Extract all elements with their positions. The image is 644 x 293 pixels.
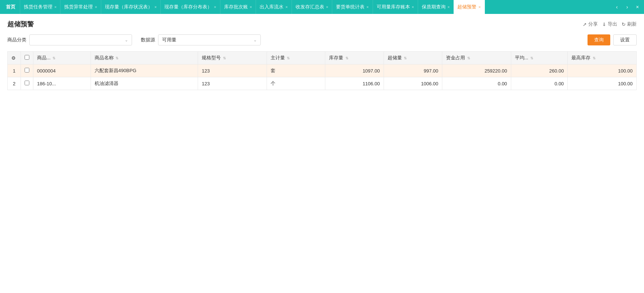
close-tab-tab5[interactable]: × xyxy=(250,5,252,9)
nav-tab-tab7[interactable]: 收发存汇总表× xyxy=(292,0,332,14)
close-tab-tab9[interactable]: × xyxy=(412,5,414,9)
th-overstock[interactable]: 超储量 ⇅ xyxy=(384,52,442,64)
page-header: 超储预警 ➚ 分享 ⇓ 导出 ↻ 刷新 xyxy=(7,20,637,29)
sort-capital-icon: ⇅ xyxy=(467,56,470,60)
row-name: 六配套新昌490BPG xyxy=(91,64,198,77)
close-tab-tab7[interactable]: × xyxy=(326,5,328,9)
close-tab-tab4[interactable]: × xyxy=(214,5,216,9)
th-maxstock[interactable]: 最高库存 ⇅ xyxy=(568,52,637,64)
share-icon: ➚ xyxy=(583,22,587,27)
page-content: 超储预警 ➚ 分享 ⇓ 导出 ↻ 刷新 商品分类 ⌄ 数据源 xyxy=(0,14,644,293)
table-header-row: ⚙ 商品... ⇅ 商品名称 ⇅ 规格型号 ⇅ 主计量 xyxy=(8,52,637,64)
nav-tab-tab9[interactable]: 可用量库存账本× xyxy=(373,0,418,14)
close-tab-tab6[interactable]: × xyxy=(285,5,288,9)
row-name: 机油滤清器 xyxy=(91,77,198,90)
sort-code-icon: ⇅ xyxy=(52,56,55,60)
page-title: 超储预警 xyxy=(7,20,34,29)
th-spec[interactable]: 规格型号 ⇅ xyxy=(198,52,267,64)
row-num: 2 xyxy=(8,77,21,90)
th-checkbox[interactable] xyxy=(21,52,33,64)
th-gear[interactable]: ⚙ xyxy=(8,52,21,64)
query-button[interactable]: 查询 xyxy=(588,34,610,45)
refresh-button[interactable]: ↻ 刷新 xyxy=(622,21,637,27)
nav-tab-tab4[interactable]: 现存量（库存分布表）× xyxy=(161,0,220,14)
row-avg: 0.00 xyxy=(511,77,568,90)
row-checkbox-0[interactable] xyxy=(25,68,29,73)
nav-tab-tab2[interactable]: 拣货异常处理× xyxy=(61,0,101,14)
row-capital: 259220.00 xyxy=(442,64,511,77)
row-maxstock: 100.00 xyxy=(568,64,637,77)
nav-tab-tab10[interactable]: 保质期查询× xyxy=(418,0,454,14)
export-icon: ⇓ xyxy=(602,22,606,27)
header-actions: ➚ 分享 ⇓ 导出 ↻ 刷新 xyxy=(583,21,637,27)
row-overstock: 1006.00 xyxy=(384,77,442,90)
filter-row: 商品分类 ⌄ 数据源 可用量 ⌄ 查询 设置 xyxy=(7,34,637,45)
data-table: ⚙ 商品... ⇅ 商品名称 ⇅ 规格型号 ⇅ 主计量 xyxy=(7,51,637,90)
th-name[interactable]: 商品名称 ⇅ xyxy=(91,52,198,64)
row-checkbox-cell[interactable] xyxy=(21,64,33,77)
nav-tab-tab8[interactable]: 要货单统计表× xyxy=(332,0,373,14)
row-spec: 123 xyxy=(198,77,267,90)
nav-close-arrow[interactable]: × xyxy=(632,0,643,14)
sort-avg-icon: ⇅ xyxy=(530,56,533,60)
datasource-label: 数据源 xyxy=(141,37,155,43)
th-avg[interactable]: 平均... ⇅ xyxy=(511,52,568,64)
nav-tab-tab6[interactable]: 出入库流水× xyxy=(256,0,292,14)
nav-tab-tab5[interactable]: 库存批次账× xyxy=(220,0,256,14)
sort-spec-icon: ⇅ xyxy=(223,56,226,60)
row-code: 0000004 xyxy=(33,64,91,77)
sort-unit-icon: ⇅ xyxy=(287,56,290,60)
close-tab-tab11[interactable]: × xyxy=(478,5,480,9)
row-code: 186-10... xyxy=(33,77,91,90)
row-checkbox-cell[interactable] xyxy=(21,77,33,90)
th-capital[interactable]: 资金占用 ⇅ xyxy=(442,52,511,64)
sort-stock-icon: ⇅ xyxy=(345,56,348,60)
close-tab-tab8[interactable]: × xyxy=(366,5,369,9)
select-all-checkbox[interactable] xyxy=(25,55,29,60)
share-button[interactable]: ➚ 分享 xyxy=(583,21,598,27)
category-filter-group: 商品分类 ⌄ xyxy=(7,34,132,45)
row-unit: 套 xyxy=(267,64,325,77)
th-unit[interactable]: 主计量 ⇅ xyxy=(267,52,325,64)
row-spec: 123 xyxy=(198,64,267,77)
nav-arrows: ‹ › × xyxy=(612,0,643,14)
nav-home[interactable]: 首页 xyxy=(1,0,20,14)
row-unit: 个 xyxy=(267,77,325,90)
settings-button[interactable]: 设置 xyxy=(613,34,637,45)
th-code[interactable]: 商品... ⇅ xyxy=(33,52,91,64)
close-tab-tab10[interactable]: × xyxy=(447,5,450,9)
row-num: 1 xyxy=(8,64,21,77)
export-button[interactable]: ⇓ 导出 xyxy=(602,21,617,27)
row-stock: 1106.00 xyxy=(325,77,384,90)
datasource-filter-group: 数据源 可用量 ⌄ xyxy=(141,34,261,45)
top-nav: 首页 拣货任务管理×拣货异常处理×现存量（库存状况表）×现存量（库存分布表）×库… xyxy=(0,0,644,14)
datasource-dropdown-arrow: ⌄ xyxy=(253,38,257,42)
close-tab-tab1[interactable]: × xyxy=(54,5,56,9)
category-dropdown-arrow: ⌄ xyxy=(125,38,128,42)
row-overstock: 997.00 xyxy=(384,64,442,77)
category-label: 商品分类 xyxy=(7,37,26,43)
datasource-value: 可用量 xyxy=(162,37,176,43)
sort-maxstock-icon: ⇅ xyxy=(593,56,596,60)
datasource-select[interactable]: 可用量 ⌄ xyxy=(158,34,261,45)
nav-left-arrow[interactable]: ‹ xyxy=(612,0,622,14)
row-avg: 260.00 xyxy=(511,64,568,77)
nav-tab-tab3[interactable]: 现存量（库存状况表）× xyxy=(101,0,161,14)
refresh-icon: ↻ xyxy=(622,22,626,27)
filter-buttons: 查询 设置 xyxy=(588,34,637,45)
close-tab-tab2[interactable]: × xyxy=(95,5,97,9)
row-checkbox-1[interactable] xyxy=(25,81,29,85)
close-tab-tab3[interactable]: × xyxy=(154,5,157,9)
sort-name-icon: ⇅ xyxy=(116,56,118,60)
table-row: 2 186-10... 机油滤清器 123 个 1106.00 1006.00 … xyxy=(8,77,637,90)
nav-tab-tab11[interactable]: 超储预警× xyxy=(454,0,484,14)
row-stock: 1097.00 xyxy=(325,64,384,77)
nav-tab-tab1[interactable]: 拣货任务管理× xyxy=(20,0,61,14)
sort-overstock-icon: ⇅ xyxy=(404,56,407,60)
row-capital: 0.00 xyxy=(442,77,511,90)
nav-right-arrow[interactable]: › xyxy=(622,0,632,14)
table-row: 1 0000004 六配套新昌490BPG 123 套 1097.00 997.… xyxy=(8,64,637,77)
category-select[interactable]: ⌄ xyxy=(29,34,132,45)
row-maxstock: 100.00 xyxy=(568,77,637,90)
th-stock[interactable]: 库存量 ⇅ xyxy=(325,52,384,64)
